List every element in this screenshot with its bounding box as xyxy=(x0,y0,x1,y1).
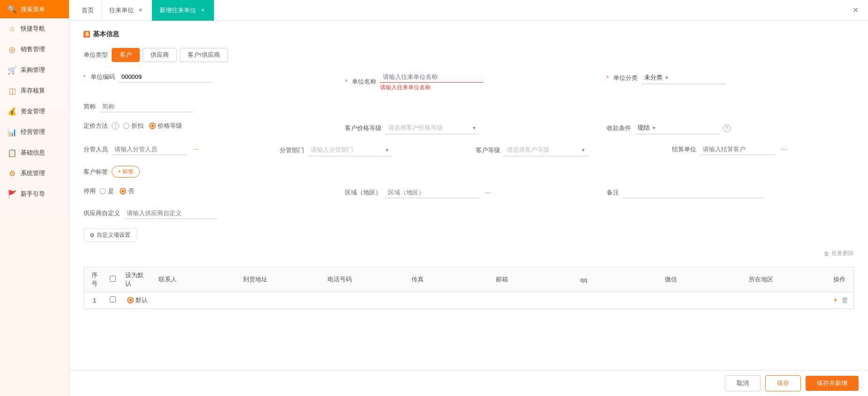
unit-category-label: 单位分类 xyxy=(613,74,638,82)
cancel-button[interactable]: 取消 xyxy=(725,375,761,391)
tab-partners[interactable]: 往来单位 ✕ xyxy=(102,0,152,21)
region-input[interactable] xyxy=(385,187,479,198)
th-checkbox xyxy=(105,267,121,292)
search-icon: 🔍 xyxy=(8,5,17,14)
add-tag-btn[interactable]: + 标签 xyxy=(112,166,140,178)
td-default-1: 默认 xyxy=(121,292,154,309)
radio-price-level-circle xyxy=(149,123,156,129)
unit-name-field: * 单位名称 请输入往来单位名称 xyxy=(345,71,592,92)
btn-supplier[interactable]: 供应商 xyxy=(143,48,177,62)
batch-delete-icon: 🗑 xyxy=(824,250,830,257)
wechat-input-1[interactable] xyxy=(665,297,740,304)
custom-settings-btn[interactable]: ⚙ 自定义项设置 xyxy=(84,228,137,242)
tab-new-partner-close[interactable]: ✕ xyxy=(199,7,206,14)
customer-level-select[interactable]: 请选择客户等级 ▼ xyxy=(504,144,588,156)
select-all-checkbox[interactable] xyxy=(110,276,116,282)
radio-no[interactable]: 否 xyxy=(120,187,134,195)
region-more-btn[interactable]: ··· xyxy=(483,188,493,197)
email-input-1[interactable] xyxy=(496,297,571,304)
unit-name-required: * xyxy=(345,78,347,85)
main-area: 首页 往来单位 ✕ 新增往来单位 ✕ ✕ 基 基本信息 单位类型 客户 xyxy=(69,0,868,396)
sidebar-label-sales: 销售管理 xyxy=(21,45,45,54)
sidebar: 🔍 搜索菜单 ⌂ 快捷导航 ◎ 销售管理 🛒 采购管理 ◫ 库存核算 💰 资金管… xyxy=(0,0,69,396)
td-qq-1[interactable] xyxy=(576,292,660,309)
payment-condition-arrow: ▼ xyxy=(652,125,656,131)
unit-type-label: 单位类型 xyxy=(84,51,108,59)
sidebar-item-basic[interactable]: 📋 基础信息 xyxy=(0,142,69,163)
tab-new-partner[interactable]: 新增往来单位 ✕ xyxy=(152,0,214,21)
unit-category-select[interactable]: 未分类 ▼ xyxy=(641,71,726,84)
batch-delete-btn[interactable]: 🗑 批量删除 xyxy=(824,249,854,257)
sidebar-label-newbie: 新手引导 xyxy=(21,190,45,198)
customer-tag-field: 客户标签 + 标签 xyxy=(84,166,854,178)
payment-condition-label: 收款条件 xyxy=(607,124,631,132)
row-checkbox-1[interactable] xyxy=(110,296,116,303)
radio-price-level[interactable]: 价格等级 xyxy=(149,122,182,130)
tab-home[interactable]: 首页 xyxy=(74,0,102,21)
sidebar-item-purchase[interactable]: 🛒 采购管理 xyxy=(0,60,69,80)
payment-condition-field: 收款条件 现结 ▼ ? xyxy=(607,122,854,134)
qq-input-1[interactable] xyxy=(580,297,655,304)
sidebar-item-operation[interactable]: 📊 经营管理 xyxy=(0,122,69,142)
supplier-custom-field: 供应商自定义 xyxy=(84,208,854,219)
payment-condition-select[interactable]: 现结 ▼ xyxy=(635,122,719,134)
save-button[interactable]: 保存 xyxy=(765,375,801,391)
delete-row-btn-1[interactable]: 🗑 xyxy=(841,296,849,304)
td-contact-1[interactable] xyxy=(154,292,238,309)
td-address-1[interactable] xyxy=(238,292,323,309)
short-name-input[interactable] xyxy=(99,101,193,112)
supplier-custom-input[interactable] xyxy=(124,208,218,219)
unit-category-value: 未分类 xyxy=(644,73,662,82)
td-email-1[interactable] xyxy=(491,292,576,309)
settlement-more-btn[interactable]: ··· xyxy=(779,145,789,154)
td-checkbox-1[interactable] xyxy=(105,292,121,309)
save-new-button[interactable]: 保存并新增 xyxy=(806,376,859,391)
td-wechat-1[interactable] xyxy=(660,292,745,309)
btn-customer[interactable]: 客户 xyxy=(112,48,140,62)
sidebar-label-finance: 资金管理 xyxy=(21,107,45,116)
remark-input[interactable] xyxy=(623,187,763,198)
customer-price-level-label: 客户价格等级 xyxy=(345,124,381,132)
contact-input-1[interactable] xyxy=(159,297,234,304)
remark-field: 备注 xyxy=(607,187,854,198)
settlement-unit-input[interactable] xyxy=(700,144,775,155)
location-input-1[interactable] xyxy=(749,297,824,304)
add-tag-label: + 标签 xyxy=(118,168,134,176)
manager-more-btn[interactable]: ··· xyxy=(190,145,200,154)
phone-input-1[interactable] xyxy=(327,297,403,304)
short-name-label: 简称 xyxy=(84,102,96,111)
unit-code-input[interactable] xyxy=(119,71,213,83)
td-phone-1[interactable] xyxy=(323,292,407,309)
add-row-btn-1[interactable]: + xyxy=(833,296,838,304)
fax-input-1[interactable] xyxy=(411,297,487,304)
sidebar-item-finance[interactable]: 💰 资金管理 xyxy=(0,101,69,122)
td-location-1[interactable] xyxy=(744,292,829,309)
sidebar-item-system[interactable]: ⚙ 系统管理 xyxy=(0,163,69,184)
btn-customer-supplier[interactable]: 客户/供应商 xyxy=(180,48,228,62)
unit-code-label: 单位编码 xyxy=(91,73,115,81)
sales-icon: ◎ xyxy=(8,45,17,54)
sidebar-item-quick-nav[interactable]: ⌂ 快捷导航 xyxy=(0,18,69,39)
customer-price-level-select[interactable]: 请选择客户价格等级 ▼ xyxy=(385,122,479,134)
payment-help-icon[interactable]: ? xyxy=(723,124,731,132)
sidebar-item-inventory[interactable]: ◫ 库存核算 xyxy=(0,80,69,101)
remark-label: 备注 xyxy=(607,188,619,197)
sidebar-label-quick-nav: 快捷导航 xyxy=(21,24,45,33)
global-close-btn[interactable]: ✕ xyxy=(848,6,863,15)
radio-discount[interactable]: 折扣 xyxy=(123,122,144,130)
department-select[interactable]: 请输入分管部门 ▼ xyxy=(308,144,392,156)
address-input-1[interactable] xyxy=(243,297,318,304)
pricing-help-icon[interactable]: ? xyxy=(112,122,119,130)
td-fax-1[interactable] xyxy=(407,292,491,309)
sidebar-item-newbie[interactable]: 🚩 新手引导 xyxy=(0,184,69,204)
tab-partners-close[interactable]: ✕ xyxy=(137,7,144,14)
th-action: 操作 xyxy=(829,267,853,292)
radio-yes[interactable]: 是 xyxy=(99,187,114,195)
sidebar-search[interactable]: 🔍 搜索菜单 xyxy=(0,0,69,18)
th-wechat: 微信 xyxy=(660,267,745,292)
tab-bar: 首页 往来单位 ✕ 新增往来单位 ✕ ✕ xyxy=(69,0,868,21)
unit-name-input[interactable] xyxy=(380,71,483,83)
manager-input[interactable] xyxy=(112,144,187,155)
default-radio-1[interactable]: 默认 xyxy=(125,296,149,304)
sidebar-item-sales[interactable]: ◎ 销售管理 xyxy=(0,39,69,60)
